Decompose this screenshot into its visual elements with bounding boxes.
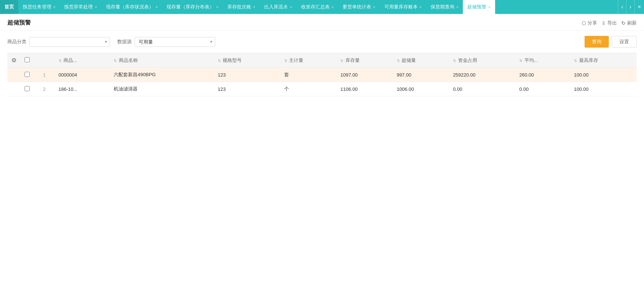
col-avg-label: 平均... (524, 58, 538, 63)
close-task-mgmt-icon[interactable]: × (53, 5, 55, 9)
nav-quality-check[interactable]: 保质期查询 × (426, 0, 463, 14)
category-select[interactable] (29, 37, 110, 47)
col-unit-label: 主计量 (289, 58, 303, 63)
sort-product-code-icon: ⇅ (59, 59, 62, 63)
nav-abnormal[interactable]: 拣货异常处理 × (60, 0, 101, 14)
share-button[interactable]: ⬡ 分享 (582, 20, 597, 26)
row-checkbox[interactable] (25, 72, 30, 77)
filter-actions: 查询 设置 (585, 36, 637, 48)
close-inout-flow-icon[interactable]: × (290, 5, 292, 9)
category-filter-group: 商品分类 (7, 37, 110, 47)
sort-capital-icon: ⇅ (453, 59, 456, 63)
row-capital: 0.00 (449, 82, 516, 96)
col-avg-header[interactable]: ⇅ 平均... (516, 53, 570, 68)
col-gear: ⚙ (7, 53, 21, 68)
datasource-select-wrapper: 可用量 库存量 (135, 37, 215, 47)
row-avg: 0.00 (516, 82, 570, 96)
col-unit-header[interactable]: ⇅ 主计量 (281, 53, 337, 68)
nav-arrow-right[interactable]: › (626, 0, 634, 14)
nav-inventory-dist[interactable]: 现存量（库存分布表） × (162, 0, 223, 14)
row-gear-cell (7, 82, 21, 96)
col-product-name-header[interactable]: ⇅ 商品名称 (110, 53, 214, 68)
nav-order-stats-label: 要货单统计表 (343, 4, 371, 10)
nav-task-mgmt-label: 拣货任务管理 (23, 4, 51, 10)
close-quality-check-icon[interactable]: × (456, 5, 458, 9)
sort-unit-icon: ⇅ (284, 59, 287, 63)
category-filter-label: 商品分类 (7, 38, 26, 45)
col-inventory-label: 库存量 (345, 58, 360, 63)
col-product-code-header[interactable]: ⇅ 商品... (55, 53, 110, 68)
share-icon: ⬡ (582, 20, 586, 26)
close-batch-icon[interactable]: × (253, 5, 255, 9)
row-max-stock: 100.00 (570, 68, 637, 82)
close-available-account-icon[interactable]: × (420, 5, 422, 9)
table-row: 1 0000004 六配套新昌490BPG 123 套 1097.00 997.… (7, 68, 637, 82)
refresh-label: 刷新 (627, 20, 637, 26)
nav-collect-summary-label: 收发存汇总表 (301, 4, 330, 10)
col-spec-header[interactable]: ⇅ 规格型号 (214, 53, 281, 68)
table-row: 2 186-10... 机油滤清器 123 个 1106.00 1006.00 … (7, 82, 637, 96)
col-inventory-header[interactable]: ⇅ 库存量 (337, 53, 393, 68)
table-container: ⚙ ⇅ 商品... ⇅ 商品名称 ⇅ (0, 53, 644, 96)
row-unit: 个 (281, 82, 337, 96)
sort-max-stock-icon: ⇅ (574, 59, 577, 63)
nav-collect-summary[interactable]: 收发存汇总表 × (297, 0, 338, 14)
refresh-button[interactable]: ↻ 刷新 (621, 20, 637, 26)
nav-overstock-warning-label: 超储预警 (467, 4, 486, 10)
row-product-name: 机油滤清器 (110, 82, 214, 96)
category-select-wrapper (29, 37, 110, 47)
row-capital: 259220.00 (449, 68, 516, 82)
col-overstock-label: 超储量 (402, 58, 416, 63)
row-gear-cell (7, 68, 21, 82)
col-checkbox-header (21, 53, 34, 68)
gear-icon[interactable]: ⚙ (11, 57, 17, 63)
settings-button[interactable]: 设置 (612, 36, 637, 48)
nav-task-mgmt[interactable]: 拣货任务管理 × (18, 0, 60, 14)
main-content: 超储预警 ⬡ 分享 ⇩ 导出 ↻ 刷新 商品分类 (0, 14, 644, 293)
nav-available-account[interactable]: 可用量库存账本 × (380, 0, 426, 14)
nav-batch[interactable]: 库存批次账 × (223, 0, 260, 14)
col-spec-label: 规格型号 (223, 58, 242, 63)
nav-available-account-label: 可用量库存账本 (384, 4, 418, 10)
nav-inout-flow[interactable]: 出入库流水 × (260, 0, 296, 14)
share-label: 分享 (588, 20, 597, 26)
col-capital-header[interactable]: ⇅ 资金占用 (449, 53, 516, 68)
datasource-filter-label: 数据源 (117, 38, 132, 45)
row-avg: 260.00 (516, 68, 570, 82)
nav-home[interactable]: 首页 (0, 0, 18, 14)
export-button[interactable]: ⇩ 导出 (601, 20, 617, 26)
sort-inventory-icon: ⇅ (340, 59, 343, 63)
nav-order-stats[interactable]: 要货单统计表 × (338, 0, 380, 14)
col-max-stock-label: 最高库存 (579, 58, 598, 63)
nav-inout-flow-label: 出入库流水 (264, 4, 288, 10)
page-title: 超储预警 (7, 19, 31, 27)
close-inventory-dist-icon[interactable]: × (216, 5, 218, 9)
query-button[interactable]: 查询 (585, 36, 609, 48)
close-order-stats-icon[interactable]: × (373, 5, 375, 9)
sort-avg-icon: ⇅ (519, 59, 522, 63)
row-overstock: 997.00 (393, 68, 449, 82)
datasource-select[interactable]: 可用量 库存量 (135, 37, 215, 47)
nav-inventory-status[interactable]: 现存量（库存状况表） × (102, 0, 162, 14)
close-overstock-warning-icon[interactable]: × (488, 5, 490, 9)
row-num: 1 (34, 68, 55, 82)
nav-overstock-warning[interactable]: 超储预警 × (463, 0, 495, 14)
close-collect-summary-icon[interactable]: × (332, 5, 334, 9)
nav-arrow-left[interactable]: ‹ (618, 0, 626, 14)
row-checkbox[interactable] (25, 86, 30, 91)
nav-abnormal-label: 拣货异常处理 (64, 4, 93, 10)
page-header: 超储预警 ⬡ 分享 ⇩ 导出 ↻ 刷新 (0, 14, 644, 31)
col-product-code-label: 商品... (63, 58, 77, 63)
sort-product-name-icon: ⇅ (114, 59, 117, 63)
nav-arrow-close[interactable]: × (634, 0, 644, 14)
close-inventory-status-icon[interactable]: × (155, 5, 158, 9)
close-abnormal-icon[interactable]: × (95, 5, 97, 9)
col-overstock-header[interactable]: ⇅ 超储量 (393, 53, 449, 68)
col-capital-label: 资金占用 (458, 58, 477, 63)
select-all-checkbox[interactable] (25, 57, 30, 62)
export-label: 导出 (607, 20, 617, 26)
table-header-row: ⚙ ⇅ 商品... ⇅ 商品名称 ⇅ (7, 53, 637, 68)
row-checkbox-cell (21, 68, 34, 82)
topbar: 首页 拣货任务管理 × 拣货异常处理 × 现存量（库存状况表） × 现存量（库存… (0, 0, 644, 14)
col-max-stock-header[interactable]: ⇅ 最高库存 (570, 53, 637, 68)
